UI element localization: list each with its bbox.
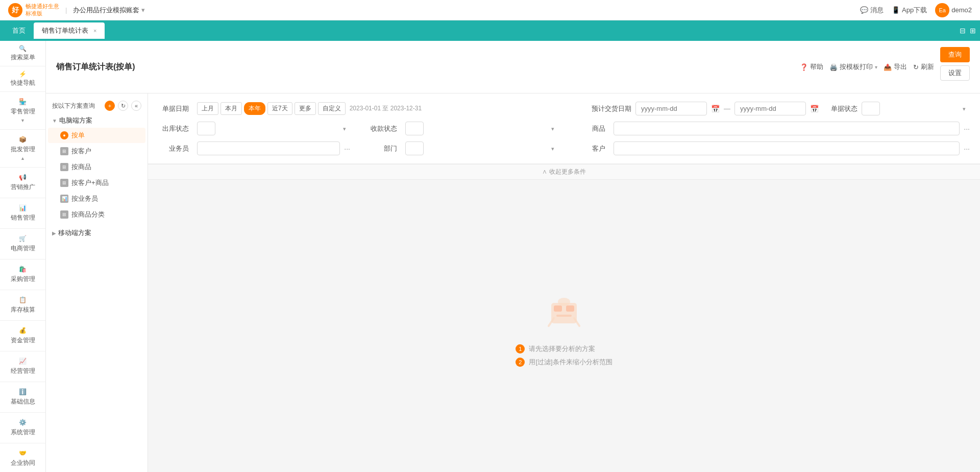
customer-dots-btn[interactable]: ···: [964, 145, 970, 153]
print-btn[interactable]: 🖨️ 按模板打印 ▾: [829, 62, 877, 72]
this-year-btn[interactable]: 本年: [244, 102, 265, 115]
tab-sales-report[interactable]: 销售订单统计表 ×: [34, 22, 105, 39]
tab-close-btn[interactable]: ×: [93, 28, 96, 34]
svg-rect-1: [554, 305, 562, 312]
sidebar-search[interactable]: 🔍 搜索菜单: [0, 41, 45, 66]
date-separator: —: [724, 105, 730, 112]
basic-icon: ℹ️: [19, 388, 27, 395]
payment-status-label: 收款状态: [366, 124, 397, 133]
tab-bar-actions: ⊟ ⊞: [960, 27, 976, 35]
logo-icon: 好: [8, 3, 22, 17]
scheme-add-btn[interactable]: +: [105, 101, 115, 111]
expected-date-start[interactable]: [635, 102, 707, 115]
salesman-label: 业务员: [158, 144, 189, 153]
logo-text: 畅捷通好生意 标准版: [26, 3, 59, 16]
message-btn[interactable]: 💬 消息: [860, 6, 884, 15]
scheme-item-by-cust-prod[interactable]: ⊞ 按客户+商品: [48, 175, 145, 191]
app-download-btn[interactable]: 📱 App下载: [892, 6, 927, 15]
tab-minimize-btn[interactable]: ⊟: [960, 27, 966, 35]
sidebar-item-ecommerce[interactable]: 🛒 电商管理: [0, 229, 45, 259]
inventory-icon: 📋: [19, 296, 27, 303]
sidebar-item-marketing[interactable]: 📢 营销推广: [0, 168, 45, 198]
this-month-btn[interactable]: 本月: [220, 102, 242, 115]
calendar-icon-start[interactable]: 📅: [711, 105, 720, 113]
filter-area: 单据日期 上月 本月 本年 近7天 更多 自定义 2023-01-01 至 20…: [148, 93, 980, 164]
department-select[interactable]: [405, 141, 424, 155]
chevron-down-icon: ▼: [52, 118, 57, 124]
svg-rect-2: [566, 305, 574, 312]
scheme-mobile-toggle[interactable]: ▶ 移动端方案: [52, 228, 141, 238]
filter-row-1: 单据日期 上月 本月 本年 近7天 更多 自定义 2023-01-01 至 20…: [158, 102, 970, 115]
sidebar-item-basic[interactable]: ℹ️ 基础信息: [0, 382, 45, 413]
search-icon: 🔍: [19, 45, 27, 52]
sidebar-item-sales[interactable]: 📊 销售管理: [0, 198, 45, 229]
sidebar-item-finance[interactable]: 💰 资金管理: [0, 321, 45, 351]
payment-status-select[interactable]: [405, 122, 424, 135]
empty-state: 1 请先选择要分析的方案 2 用[过滤]条件来缩小分析范围: [148, 180, 980, 472]
sidebar-item-retail[interactable]: 🏪 零售管理 ▼: [0, 92, 45, 130]
date-filter-label: 单据日期: [158, 104, 189, 113]
scheme-header: 按以下方案查询 + ↻ «: [46, 98, 148, 114]
status-select[interactable]: [862, 102, 880, 115]
expected-date-end[interactable]: [734, 102, 806, 115]
user-menu[interactable]: Ea demo2: [935, 3, 972, 17]
help-btn[interactable]: ❓ 帮助: [800, 62, 823, 72]
scheme-refresh-btn[interactable]: ↻: [118, 101, 128, 111]
scheme-item-by-salesman[interactable]: 📊 按业务员: [48, 191, 145, 206]
payment-status-wrapper: [405, 122, 558, 135]
query-btn-area: 查询 设置: [940, 47, 970, 87]
export-icon: 📤: [884, 63, 892, 71]
salesman-input[interactable]: [197, 141, 340, 155]
sidebar-item-operations[interactable]: 📈 经营管理: [0, 351, 45, 382]
print-dropdown-icon: ▾: [875, 64, 877, 70]
scheme-pc-toggle[interactable]: ▼ 电脑端方案: [52, 116, 141, 125]
sidebar-item-inventory[interactable]: 📋 库存核算: [0, 290, 45, 321]
refresh-icon: ↻: [913, 63, 919, 71]
more-btn[interactable]: 更多: [295, 102, 316, 115]
export-btn[interactable]: 📤 导出: [884, 62, 907, 72]
salesman-dots-btn[interactable]: ···: [344, 145, 350, 153]
sidebar-item-wholesale[interactable]: 📦 批发管理 ▲: [0, 130, 45, 168]
main-layout: 🔍 搜索菜单 ⚡ 快捷导航 🏪 零售管理 ▼ 📦 批发管理 ▲ 📢 营销推广 📊…: [0, 41, 980, 472]
sidebar-item-purchase[interactable]: 🛍️ 采购管理: [0, 259, 45, 290]
page-actions: ❓ 帮助 🖨️ 按模板打印 ▾ 📤 导出 ↻ 刷新 查询: [800, 47, 970, 93]
calendar-icon-end[interactable]: 📅: [810, 105, 819, 113]
ecommerce-icon: 🛒: [19, 235, 27, 242]
right-content: 单据日期 上月 本月 本年 近7天 更多 自定义 2023-01-01 至 20…: [148, 93, 980, 472]
scheme-item-by-product[interactable]: ⊞ 按商品: [48, 159, 145, 175]
divider: |: [65, 6, 67, 14]
chevron-right-icon: ▶: [52, 230, 56, 236]
sidebar-quicknav[interactable]: ⚡ 快捷导航: [0, 66, 45, 92]
download-icon: 📱: [892, 6, 900, 14]
tip-num-1: 1: [516, 344, 525, 353]
date-buttons: 上月 本月 本年 近7天 更多 自定义 2023-01-01 至 2023-12…: [197, 102, 422, 115]
refresh-btn[interactable]: ↻ 刷新: [913, 62, 934, 72]
sidebar: 🔍 搜索菜单 ⚡ 快捷导航 🏪 零售管理 ▼ 📦 批发管理 ▲ 📢 营销推广 📊…: [0, 41, 46, 472]
sidebar-item-system[interactable]: ⚙️ 系统管理: [0, 413, 45, 443]
query-button[interactable]: 查询: [940, 47, 970, 62]
sidebar-item-enterprise[interactable]: 🤝 企业协同: [0, 443, 45, 472]
expected-date-label: 预计交货日期: [592, 104, 631, 113]
tab-maximize-btn[interactable]: ⊞: [970, 27, 976, 35]
customer-input[interactable]: [614, 141, 960, 155]
product-dots-btn[interactable]: ···: [964, 125, 970, 133]
product-label: 商品: [575, 124, 605, 133]
scheme-pc-category: ▼ 电脑端方案: [46, 114, 148, 127]
scheme-collapse-btn[interactable]: «: [131, 101, 141, 111]
product-input[interactable]: [614, 122, 960, 135]
message-icon: 💬: [860, 6, 868, 14]
tab-home[interactable]: 首页: [4, 22, 34, 39]
last-month-btn[interactable]: 上月: [197, 102, 218, 115]
collapse-bar[interactable]: ∧ 收起更多条件: [148, 164, 980, 180]
scheme-item-by-customer[interactable]: ⊞ 按客户: [48, 144, 145, 159]
date-range-text: 2023-01-01 至 2023-12-31: [350, 104, 422, 113]
finance-icon: 💰: [19, 327, 27, 334]
custom-btn[interactable]: 自定义: [318, 102, 346, 115]
scheme-item-by-category[interactable]: ⊞ 按商品分类: [48, 207, 145, 222]
ship-status-select[interactable]: [197, 122, 215, 135]
scheme-item-by-order[interactable]: ● 按单: [48, 128, 145, 143]
account-dropdown[interactable]: 办公用品行业模拟账套 ▾: [73, 6, 145, 15]
top-bar-left: 好 畅捷通好生意 标准版 | 办公用品行业模拟账套 ▾: [8, 3, 145, 17]
settings-button[interactable]: 设置: [940, 65, 970, 81]
last-7days-btn[interactable]: 近7天: [267, 102, 292, 115]
